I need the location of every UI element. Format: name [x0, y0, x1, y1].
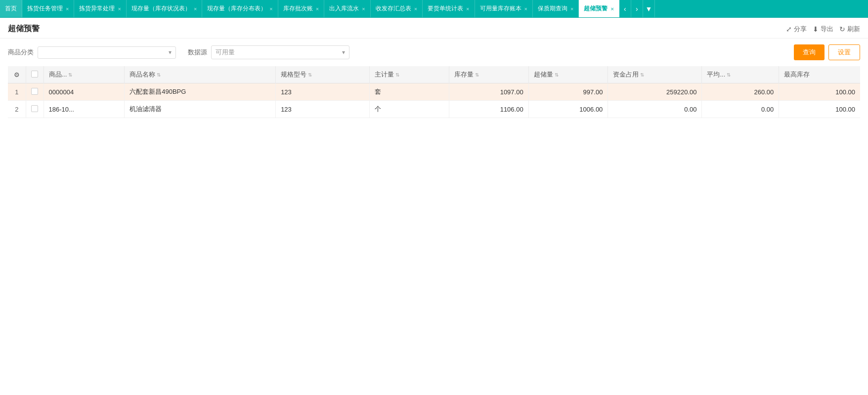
nav-batch-account-close[interactable]: × [316, 6, 319, 12]
table-body: 1 0000004 六配套新昌490BPG 123 套 1097.00 997.… [8, 83, 860, 118]
filter-buttons: 查询 设置 [794, 44, 860, 60]
nav-batch-account[interactable]: 库存批次账 × [278, 0, 324, 17]
overstock-table: ⚙ 商品... ⇅ 商品名称 ⇅ [8, 66, 860, 118]
nav-pick-task-close[interactable]: × [66, 6, 69, 12]
nav-stock-dist[interactable]: 现存量（库存分布表） × [202, 0, 278, 17]
row-name-0: 六配套新昌490BPG [125, 83, 276, 101]
nav-order-stats-label: 要货单统计表 [428, 4, 463, 13]
nav-pick-exception-close[interactable]: × [118, 6, 121, 12]
th-capital-label: 资金占用 [613, 70, 639, 79]
table-header: ⚙ 商品... ⇅ 商品名称 ⇅ [8, 66, 860, 83]
page-header: 超储预警 ⤢ 分享 ⬇ 导出 ↻ 刷新 [0, 18, 868, 39]
row-checkbox-1[interactable] [26, 101, 43, 118]
nav-inout-flow-label: 出入库流水 [329, 4, 359, 13]
th-avg[interactable]: 平均... ⇅ [702, 66, 779, 83]
th-unit[interactable]: 主计量 ⇅ [370, 66, 449, 83]
nav-summary[interactable]: 收发存汇总表 × [371, 0, 423, 17]
nav-stock-status-close[interactable]: × [194, 6, 197, 12]
nav-overstock-warning-close[interactable]: × [610, 6, 613, 12]
nav-next-button[interactable]: › [631, 0, 643, 17]
share-icon: ⤢ [786, 25, 792, 33]
export-label: 导出 [821, 25, 833, 34]
nav-home-label: 首页 [5, 4, 17, 13]
sort-avg-icon: ⇅ [727, 72, 731, 78]
row-spec-1: 123 [276, 101, 370, 118]
row-code-0: 0000004 [43, 83, 125, 101]
datasource-filter: 数据源 可用量 ▾ [188, 45, 349, 59]
table-row[interactable]: 1 0000004 六配套新昌490BPG 123 套 1097.00 997.… [8, 83, 860, 101]
row-avg-1: 0.00 [702, 101, 779, 118]
row-cb-0[interactable] [31, 88, 38, 95]
th-spec[interactable]: 规格型号 ⇅ [276, 66, 370, 83]
th-capital[interactable]: 资金占用 ⇅ [608, 66, 702, 83]
row-overstock-1: 1006.00 [528, 101, 608, 118]
nav-available-stock[interactable]: 可用量库存账本 × [475, 0, 533, 17]
th-settings[interactable]: ⚙ [8, 66, 26, 83]
nav-pick-task[interactable]: 拣货任务管理 × [22, 0, 74, 17]
datasource-chevron-icon: ▾ [342, 49, 345, 56]
refresh-button[interactable]: ↻ 刷新 [839, 25, 860, 34]
nav-order-stats[interactable]: 要货单统计表 × [423, 0, 475, 17]
nav-home[interactable]: 首页 [0, 0, 22, 17]
th-unit-label: 主计量 [375, 70, 394, 79]
query-button[interactable]: 查询 [794, 44, 825, 60]
nav-available-stock-close[interactable]: × [524, 6, 527, 12]
top-navigation: 首页 拣货任务管理 × 拣货异常处理 × 现存量（库存状况表） × 现存量（库存… [0, 0, 868, 18]
share-button[interactable]: ⤢ 分享 [786, 25, 807, 34]
th-checkbox[interactable] [26, 66, 43, 83]
datasource-select[interactable]: 可用量 ▾ [211, 45, 349, 59]
row-capital-1: 0.00 [608, 101, 702, 118]
row-code-1: 186-10... [43, 101, 125, 118]
nav-summary-label: 收发存汇总表 [376, 4, 411, 13]
nav-summary-close[interactable]: × [414, 6, 417, 12]
th-name[interactable]: 商品名称 ⇅ [125, 66, 276, 83]
nav-stock-dist-close[interactable]: × [269, 6, 272, 12]
nav-inout-flow-close[interactable]: × [362, 6, 365, 12]
nav-pick-exception-label: 拣货异常处理 [79, 4, 115, 13]
export-icon: ⬇ [813, 25, 819, 33]
nav-order-stats-close[interactable]: × [466, 6, 469, 12]
export-button[interactable]: ⬇ 导出 [813, 25, 833, 34]
page-content: 超储预警 ⤢ 分享 ⬇ 导出 ↻ 刷新 商品分类 ▾ 数据源 [0, 18, 868, 395]
refresh-icon: ↻ [839, 25, 845, 33]
category-filter: 商品分类 ▾ [8, 46, 176, 59]
nav-overstock-warning[interactable]: 超储预警 × [579, 0, 619, 17]
th-stock[interactable]: 库存量 ⇅ [449, 66, 528, 83]
category-select[interactable]: ▾ [38, 46, 176, 59]
row-max-stock-0: 100.00 [779, 83, 860, 101]
row-capital-0: 259220.00 [608, 83, 702, 101]
nav-quality-check-close[interactable]: × [570, 6, 573, 12]
nav-more-button[interactable]: ▼ [643, 0, 655, 17]
th-code-label: 商品... [49, 70, 67, 79]
table-wrapper: ⚙ 商品... ⇅ 商品名称 ⇅ [0, 66, 868, 118]
nav-batch-account-label: 库存批次账 [283, 4, 313, 13]
nav-pick-exception[interactable]: 拣货异常处理 × [74, 0, 126, 17]
settings-button[interactable]: 设置 [828, 44, 860, 60]
header-checkbox[interactable] [31, 71, 38, 78]
nav-available-stock-label: 可用量库存账本 [480, 4, 521, 13]
nav-quality-check[interactable]: 保质期查询 × [533, 0, 579, 17]
page-actions: ⤢ 分享 ⬇ 导出 ↻ 刷新 [786, 25, 860, 34]
share-label: 分享 [794, 25, 807, 34]
nav-stock-status[interactable]: 现存量（库存状况表） × [127, 0, 202, 17]
refresh-label: 刷新 [847, 25, 860, 34]
datasource-label: 数据源 [188, 48, 207, 57]
table-row[interactable]: 2 186-10... 机油滤清器 123 个 1106.00 1006.00 … [8, 101, 860, 118]
th-stock-label: 库存量 [454, 70, 474, 79]
row-checkbox-0[interactable] [26, 83, 43, 101]
nav-overstock-warning-label: 超储预警 [584, 4, 608, 13]
th-overstock[interactable]: 超储量 ⇅ [528, 66, 608, 83]
row-avg-0: 260.00 [702, 83, 779, 101]
th-avg-label: 平均... [707, 70, 725, 79]
nav-stock-status-label: 现存量（库存状况表） [131, 4, 191, 13]
filter-row: 商品分类 ▾ 数据源 可用量 ▾ 查询 设置 [0, 39, 868, 66]
nav-quality-check-label: 保质期查询 [538, 4, 567, 13]
nav-prev-button[interactable]: ‹ [619, 0, 631, 17]
datasource-select-value: 可用量 [216, 48, 235, 57]
sort-spec-icon: ⇅ [308, 72, 312, 78]
row-stock-1: 1106.00 [449, 101, 528, 118]
th-max-stock[interactable]: 最高库存 [779, 66, 860, 83]
nav-inout-flow[interactable]: 出入库流水 × [324, 0, 370, 17]
row-cb-1[interactable] [31, 105, 38, 112]
th-code[interactable]: 商品... ⇅ [43, 66, 125, 83]
